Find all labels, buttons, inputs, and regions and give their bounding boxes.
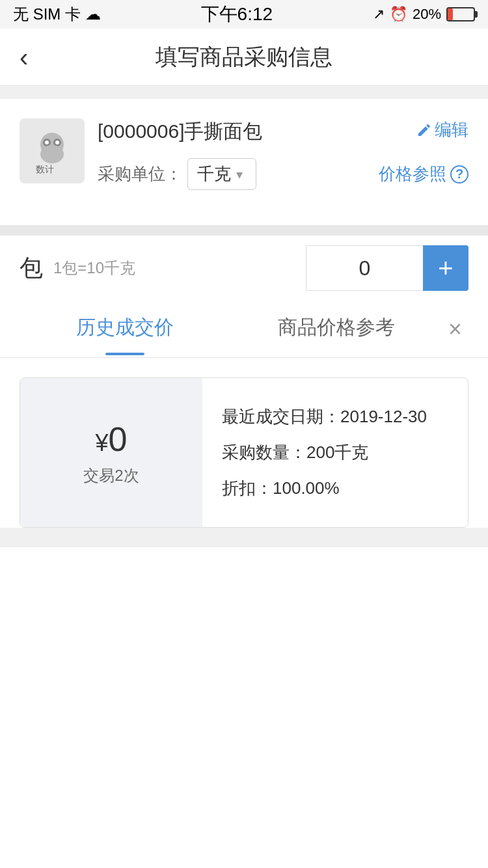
qty-controls: +: [306, 245, 468, 291]
trade-count: 交易2次: [83, 465, 139, 486]
discount-value: 100.00%: [273, 478, 340, 498]
svg-point-5: [40, 145, 64, 163]
price-value: 0: [109, 420, 128, 458]
product-thumbnail: 数计: [20, 118, 85, 183]
edit-icon: [416, 122, 432, 138]
product-id: [0000006]: [98, 120, 184, 142]
discount-label: 折扣：: [222, 478, 273, 498]
nav-icon: ↗: [373, 6, 385, 23]
qty-label: 采购数量：: [222, 442, 306, 462]
battery-icon: [446, 7, 475, 21]
back-button[interactable]: ‹: [20, 44, 28, 70]
quantity-row: 包 1包=10千克 +: [0, 236, 488, 301]
product-name-row: [0000006]手撕面包 编辑: [98, 118, 468, 145]
price-amount: ¥0: [96, 420, 128, 459]
question-icon: ?: [450, 165, 468, 183]
product-info: [0000006]手撕面包 编辑 采购单位： 千克 ▾ 价格参照: [98, 118, 468, 190]
status-left: 无 SIM 卡 ☁: [13, 4, 101, 25]
bottom-panel: 历史成交价 商品价格参考 × ¥0 交易2次 最近成交日期：2019-12-30…: [0, 301, 488, 528]
quantity-input[interactable]: [306, 245, 423, 291]
price-ref-button[interactable]: 价格参照 ?: [379, 163, 468, 185]
svg-point-4: [55, 141, 59, 144]
svg-point-3: [45, 141, 49, 144]
recent-date-value: 2019-12-30: [340, 407, 427, 426]
unit-label: 采购单位：: [98, 163, 182, 185]
recent-date-row: 最近成交日期：2019-12-30: [222, 404, 448, 429]
pkg-label: 包: [20, 252, 43, 284]
product-title: 手撕面包: [184, 120, 262, 142]
price-right: 最近成交日期：2019-12-30 采购数量：200千克 折扣：100.00%: [202, 378, 468, 527]
edit-button[interactable]: 编辑: [416, 118, 468, 141]
product-image: 数计: [29, 128, 75, 174]
price-left: ¥0 交易2次: [20, 378, 202, 527]
panel-close-button[interactable]: ×: [442, 316, 468, 343]
qty-value: 200千克: [306, 442, 368, 462]
currency-symbol: ¥: [96, 429, 109, 456]
product-card: 数计 [0000006]手撕面包 编辑 采购单位： 千克 ▾: [0, 99, 488, 225]
qty-plus-button[interactable]: +: [423, 245, 468, 291]
recent-date-label: 最近成交日期：: [222, 407, 340, 426]
svg-text:数计: 数计: [36, 164, 54, 174]
price-card: ¥0 交易2次 最近成交日期：2019-12-30 采购数量：200千克 折扣：…: [20, 377, 468, 528]
pkg-unit: 1包=10千克: [53, 258, 306, 278]
grey-divider: [0, 225, 488, 236]
tabs-row: 历史成交价 商品价格参考 ×: [0, 301, 488, 358]
tab-product-price-ref[interactable]: 商品价格参考: [230, 314, 441, 344]
page-title: 填写商品采购信息: [156, 42, 332, 72]
edit-label: 编辑: [435, 118, 468, 141]
status-time: 下午6:12: [201, 2, 273, 27]
unit-value: 千克: [197, 163, 231, 185]
alarm-icon: ⏰: [390, 6, 407, 23]
discount-row: 折扣：100.00%: [222, 476, 448, 501]
page-rest: [0, 547, 488, 868]
status-right: ↗ ⏰ 20%: [373, 6, 475, 23]
unit-row: 采购单位： 千克 ▾ 价格参照 ?: [98, 158, 468, 190]
unit-arrow-icon: ▾: [236, 167, 243, 182]
status-bar: 无 SIM 卡 ☁ 下午6:12 ↗ ⏰ 20%: [0, 0, 488, 29]
battery-percent: 20%: [413, 6, 441, 23]
product-top: 数计 [0000006]手撕面包 编辑 采购单位： 千克 ▾: [20, 118, 468, 190]
price-ref-label: 价格参照: [379, 163, 446, 185]
tab-history-price[interactable]: 历史成交价: [20, 314, 230, 344]
page-header: ‹ 填写商品采购信息: [0, 29, 488, 86]
product-name: [0000006]手撕面包: [98, 118, 262, 145]
battery-fill: [448, 8, 453, 20]
unit-select[interactable]: 千克 ▾: [187, 158, 256, 190]
sim-label: 无 SIM 卡 ☁: [13, 4, 101, 25]
qty-row: 采购数量：200千克: [222, 440, 448, 465]
